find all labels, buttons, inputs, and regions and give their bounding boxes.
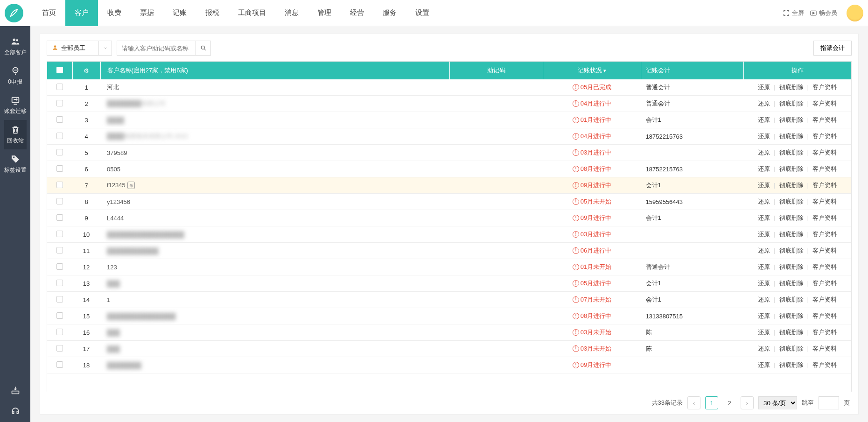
sidebar-item-trash[interactable]: 回收站 <box>4 120 27 149</box>
topnav-item-9[interactable]: 经营 <box>341 0 373 26</box>
restore-link[interactable]: 还原 <box>757 214 771 221</box>
sidebar-support[interactable] <box>0 401 30 422</box>
restore-link[interactable]: 还原 <box>757 116 771 123</box>
detail-link[interactable]: 客户资料 <box>812 100 838 107</box>
detail-link[interactable]: 客户资料 <box>812 198 838 205</box>
customer-name[interactable]: ████████████ <box>100 243 450 259</box>
customer-name[interactable]: f12345⊕ <box>100 177 450 194</box>
sidebar-item-users[interactable]: 全部客户 <box>4 32 27 61</box>
delete-link[interactable]: 彻底删除 <box>778 312 805 319</box>
topnav-item-8[interactable]: 管理 <box>308 0 341 26</box>
row-checkbox[interactable] <box>56 312 63 319</box>
row-checkbox[interactable] <box>56 231 63 237</box>
restore-link[interactable]: 还原 <box>757 100 771 107</box>
customer-name[interactable]: 1 <box>100 292 450 308</box>
detail-link[interactable]: 客户资料 <box>812 329 838 336</box>
customer-name[interactable]: ████精密模具有限公司-2022 <box>100 128 450 145</box>
detail-link[interactable]: 客户资料 <box>812 280 838 287</box>
sidebar-item-transfer[interactable]: 账套迁移 <box>4 91 27 120</box>
row-checkbox[interactable] <box>56 329 63 335</box>
row-checkbox[interactable] <box>56 182 63 188</box>
customer-name[interactable]: ████████有限公司 <box>100 96 450 112</box>
col-status[interactable]: 记账状况 <box>543 62 641 79</box>
delete-link[interactable]: 彻底删除 <box>778 329 805 336</box>
customer-name[interactable]: L4444 <box>100 210 450 226</box>
row-checkbox[interactable] <box>56 214 63 221</box>
restore-link[interactable]: 还原 <box>757 231 771 238</box>
customer-name[interactable]: ███ <box>100 275 450 292</box>
row-checkbox[interactable] <box>56 149 63 155</box>
page-2-button[interactable]: 2 <box>723 396 736 409</box>
topnav-item-11[interactable]: 设置 <box>406 0 439 26</box>
row-checkbox[interactable] <box>56 100 63 106</box>
col-settings[interactable] <box>72 62 100 79</box>
mascot-avatar[interactable] <box>847 5 863 21</box>
restore-link[interactable]: 还原 <box>757 312 771 319</box>
topnav-item-0[interactable]: 首页 <box>33 0 65 26</box>
delete-link[interactable]: 彻底删除 <box>778 231 805 238</box>
prev-page-button[interactable]: ‹ <box>687 396 700 409</box>
detail-link[interactable]: 客户资料 <box>812 182 838 189</box>
detail-link[interactable]: 客户资料 <box>812 247 838 254</box>
employee-select[interactable]: 全部员工 <box>47 41 112 56</box>
restore-link[interactable]: 还原 <box>757 133 771 140</box>
customer-name[interactable]: 0505 <box>100 161 450 177</box>
delete-link[interactable]: 彻底删除 <box>778 84 805 91</box>
member-button[interactable]: 畅会员 <box>810 9 837 17</box>
delete-link[interactable]: 彻底删除 <box>778 165 805 172</box>
restore-link[interactable]: 还原 <box>757 345 771 352</box>
delete-link[interactable]: 彻底删除 <box>778 247 805 254</box>
row-checkbox[interactable] <box>56 345 63 352</box>
page-size-select[interactable]: 30 条/页 <box>758 396 797 409</box>
row-checkbox[interactable] <box>56 361 63 368</box>
detail-link[interactable]: 客户资料 <box>812 133 838 140</box>
sidebar-item-tag[interactable]: 标签设置 <box>4 149 27 179</box>
jump-page-input[interactable] <box>819 396 839 409</box>
detail-link[interactable]: 客户资料 <box>812 165 838 172</box>
restore-link[interactable]: 还原 <box>757 247 771 254</box>
restore-link[interactable]: 还原 <box>757 182 771 189</box>
detail-link[interactable]: 客户资料 <box>812 361 838 368</box>
delete-link[interactable]: 彻底删除 <box>778 345 805 352</box>
delete-link[interactable]: 彻底删除 <box>778 133 805 140</box>
delete-link[interactable]: 彻底删除 <box>778 296 805 303</box>
delete-link[interactable]: 彻底删除 <box>778 100 805 107</box>
restore-link[interactable]: 还原 <box>757 361 771 368</box>
detail-link[interactable]: 客户资料 <box>812 263 838 270</box>
detail-link[interactable]: 客户资料 <box>812 149 838 156</box>
detail-link[interactable]: 客户资料 <box>812 214 838 221</box>
topnav-item-6[interactable]: 工商项目 <box>229 0 275 26</box>
detail-link[interactable]: 客户资料 <box>812 231 838 238</box>
delete-link[interactable]: 彻底删除 <box>778 116 805 123</box>
topnav-item-3[interactable]: 票据 <box>131 0 163 26</box>
restore-link[interactable]: 还原 <box>757 296 771 303</box>
copy-icon[interactable]: ⊕ <box>127 182 135 189</box>
detail-link[interactable]: 客户资料 <box>812 116 838 123</box>
page-1-button[interactable]: 1 <box>705 396 718 409</box>
customer-name[interactable]: 河北 <box>100 79 450 96</box>
row-checkbox[interactable] <box>56 165 63 172</box>
row-checkbox[interactable] <box>56 280 63 286</box>
sidebar-download[interactable] <box>0 381 30 401</box>
customer-name[interactable]: ███ <box>100 341 450 357</box>
restore-link[interactable]: 还原 <box>757 329 771 336</box>
restore-link[interactable]: 还原 <box>757 165 771 172</box>
row-checkbox[interactable] <box>56 133 63 139</box>
row-checkbox[interactable] <box>56 198 63 204</box>
restore-link[interactable]: 还原 <box>757 280 771 287</box>
detail-link[interactable]: 客户资料 <box>812 345 838 352</box>
row-checkbox[interactable] <box>56 296 63 302</box>
detail-link[interactable]: 客户资料 <box>812 312 838 319</box>
delete-link[interactable]: 彻底删除 <box>778 263 805 270</box>
table-scroll[interactable]: 客户名称(启用27家，禁用6家) 助记码 记账状况 记账会计 操作 1河北!05… <box>47 61 852 392</box>
customer-name[interactable]: ███ <box>100 324 450 341</box>
delete-link[interactable]: 彻底删除 <box>778 361 805 368</box>
customer-name[interactable]: ████████████████ <box>100 308 450 324</box>
topnav-item-10[interactable]: 服务 <box>373 0 406 26</box>
restore-link[interactable]: 还原 <box>757 263 771 270</box>
topnav-item-2[interactable]: 收费 <box>98 0 131 26</box>
topnav-item-1[interactable]: 客户 <box>65 0 98 26</box>
search-input[interactable] <box>117 41 196 56</box>
topnav-item-4[interactable]: 记账 <box>163 0 196 26</box>
sidebar-item-zero[interactable]: 0申报 <box>4 61 27 91</box>
